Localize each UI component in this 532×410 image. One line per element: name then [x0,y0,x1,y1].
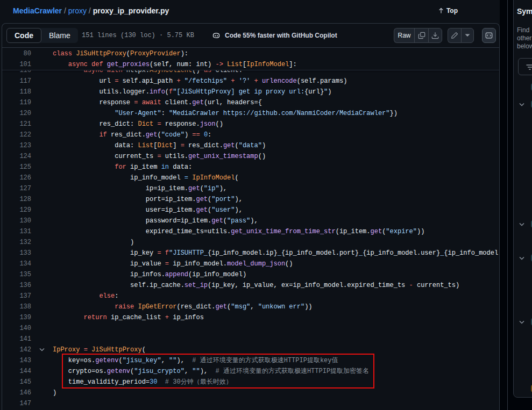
code-column: MediaCrawler / proxy / proxy_ip_provider… [0,0,500,410]
breadcrumb-dir-link[interactable]: proxy [68,6,87,15]
code-line: 123 data: List[Dict] = res_dict.get("dat… [2,140,499,151]
code-text: return ip_cache_list + ip_infos [53,314,204,321]
symbol-row[interactable] [514,254,532,262]
code-line: 135 ip_infos.append(ip_info_model) [2,269,499,280]
breadcrumb-separator: / [89,6,93,15]
line-number[interactable]: 134 [2,258,31,269]
code-blame-switch: Code Blame [6,28,78,43]
chevron-down-icon[interactable] [519,103,524,106]
line-number[interactable]: 119 [2,97,31,108]
code-line: 125 for ip_item in data: [2,162,499,172]
line-number[interactable]: 135 [2,269,31,280]
copy-button[interactable] [414,28,428,43]
line-number[interactable]: 145 [2,377,31,387]
copilot-text: Code 55% faster with GitHub Copilot [225,32,337,39]
line-number[interactable]: 137 [2,291,31,301]
tab-blame[interactable]: Blame [41,28,78,43]
line-number[interactable]: 136 [2,280,31,291]
back-to-top-button[interactable]: Top [438,7,458,15]
breadcrumb-repo-link[interactable]: MediaCrawler [13,6,62,15]
file-toolbar: Code Blame 151 lines (130 loc) · 5.75 KB… [2,24,499,48]
code-line: 147 [2,398,499,409]
code-line: 131 expired_time_ts=utils.get_unix_time_… [2,226,499,237]
download-icon [431,32,439,39]
line-number[interactable]: 146 [2,387,31,398]
chevron-down-icon[interactable] [519,320,524,324]
line-number[interactable]: 141 [2,334,31,344]
chevron-down-icon[interactable] [39,348,45,351]
arrow-up-icon [438,8,444,14]
line-number[interactable]: 101 [2,59,31,70]
raw-button[interactable]: Raw [394,28,414,43]
code-text: ip_value = ip_info_model.model_dump_json… [53,260,293,268]
line-number[interactable]: 124 [2,151,31,162]
code-line: 136 self.ip_cache.set_ip(ip_key, ip_valu… [2,280,499,291]
line-number[interactable]: 131 [2,226,31,237]
line-number[interactable]: 130 [2,215,31,226]
line-number[interactable]: 127 [2,183,31,194]
line-number[interactable]: 128 [2,194,31,205]
symbols-heading: Sym [517,7,532,16]
edit-dropdown-button[interactable] [461,28,474,43]
line-number[interactable]: 144 [2,366,31,377]
code-text: expired_time_ts=utils.get_unix_time_from… [53,228,424,235]
line-number[interactable]: 143 [2,355,31,366]
code-text: res_dict: Dict = response.json() [53,120,223,128]
code-text: ip_info_model = IpInfoModel( [53,174,239,182]
line-number[interactable]: 140 [2,323,31,334]
download-button[interactable] [428,28,442,43]
code-line: 120 "User-Agent": "MediaCrawler https://… [2,108,499,119]
code-text: response = await client.get(url, headers… [53,99,262,106]
chevron-down-icon[interactable] [519,256,524,260]
symbol-row[interactable] [514,83,532,91]
code-line: 141 [2,334,499,344]
line-number[interactable]: 118 [2,87,31,97]
code-text: ip=ip_item.get("ip"), [53,185,227,192]
code-line: 119 response = await client.get(url, hea… [2,97,499,108]
code-area: 116 async with httpx.AsyncClient() as cl… [2,48,499,410]
line-number[interactable]: 122 [2,130,31,140]
line-number[interactable]: 129 [2,205,31,215]
line-number[interactable]: 121 [2,119,31,130]
column-gap [500,0,507,410]
line-number[interactable]: 147 [2,398,31,409]
code-text: else: [53,292,118,300]
code-line: 134 ip_value = ip_info_model.model_dump_… [2,258,499,269]
tab-code[interactable]: Code [6,28,41,43]
line-number[interactable]: 142 [2,344,31,355]
line-number[interactable]: 80 [2,48,31,59]
fold-chevron-icon[interactable] [31,344,53,355]
breadcrumb-separator: / [64,6,68,15]
code-line: 121 res_dict: Dict = response.json() [2,119,499,130]
code-text: async def get_proxies(self, num: int) ->… [53,61,297,68]
code-text: current_ts = utils.get_unix_timestamp() [53,153,266,160]
symbols-panel-toggle-icon [485,32,493,39]
code-text: password=ip_item.get("pass"), [53,217,258,225]
code-line: 124 current_ts = utils.get_unix_timestam… [2,151,499,162]
code-text: IpProxy = JiSuHttpProxy( [53,346,146,354]
symbols-panel-toggle-button[interactable] [482,28,496,43]
edit-button[interactable] [448,28,461,43]
breadcrumb-file-name: proxy_ip_provider.py [93,6,169,15]
line-number[interactable]: 125 [2,162,31,172]
code-line: 146) [2,387,499,398]
symbol-row[interactable] [514,220,532,228]
line-number[interactable]: 132 [2,237,31,248]
filter-button[interactable] [518,58,532,75]
line-number[interactable]: 126 [2,172,31,183]
copilot-icon [212,31,221,40]
line-number[interactable]: 117 [2,76,31,87]
symbol-row[interactable] [514,385,532,392]
line-number[interactable]: 138 [2,301,31,312]
breadcrumb: MediaCrawler / proxy / proxy_ip_provider… [13,6,169,15]
code-line: 101 async def get_proxies(self, num: int… [2,59,499,70]
symbol-row[interactable] [514,318,532,326]
line-number[interactable]: 123 [2,140,31,151]
line-number[interactable]: 139 [2,312,31,323]
line-number[interactable]: 133 [2,248,31,258]
code-text: ) [53,239,134,246]
code-line: 118 utils.logger.info(f"[JiSuHttpProxy] … [2,87,499,97]
chevron-down-icon[interactable] [519,222,524,226]
line-number[interactable]: 120 [2,108,31,119]
symbol-row[interactable] [514,100,532,108]
